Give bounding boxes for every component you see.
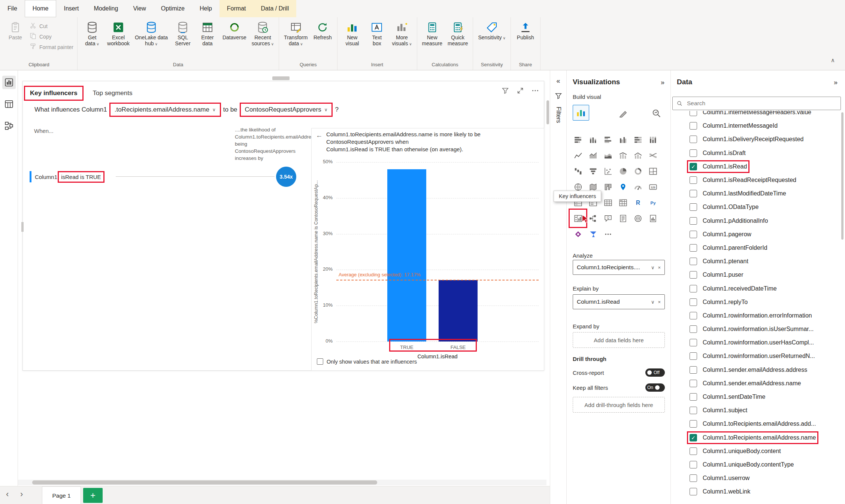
- field-checkbox-column1-parentfolderid[interactable]: [690, 244, 697, 252]
- viz-icon-python[interactable]: Py: [645, 195, 660, 210]
- publish-button[interactable]: Publish: [513, 19, 538, 61]
- field-row[interactable]: Column1.userrow: [671, 471, 840, 485]
- field-checkbox-column1-receiveddatetime[interactable]: [690, 285, 697, 292]
- field-checkbox-column1-rowinformation-isusersummar[interactable]: [690, 325, 697, 333]
- field-row[interactable]: Column1.sender.emailAddress.address: [671, 363, 840, 377]
- visual-filter-icon[interactable]: [501, 86, 509, 96]
- field-row[interactable]: Column1.receivedDateTime: [671, 282, 840, 295]
- field-row[interactable]: Column1.rowinformation.isUserSummar...: [671, 322, 840, 336]
- viz-icon-treemap[interactable]: [645, 163, 660, 179]
- field-checkbox-column1-isreadreceiptrequested[interactable]: [690, 176, 697, 184]
- sql-server-button[interactable]: SQL Server: [170, 19, 195, 61]
- field-checkbox-column1-internetmessageheaders-value[interactable]: [690, 111, 697, 116]
- analytics-tab[interactable]: [648, 106, 665, 121]
- field-row[interactable]: Column1.subject: [671, 404, 840, 417]
- cut-button[interactable]: Cut: [29, 22, 73, 30]
- viz-icon-table[interactable]: [600, 195, 615, 210]
- quick-measure-button[interactable]: Quick measure: [445, 19, 470, 61]
- field-row[interactable]: Column1.ptenant: [671, 255, 840, 268]
- viz-icon-card[interactable]: 123: [645, 179, 660, 195]
- chevron-down-icon[interactable]: ∨: [651, 265, 655, 270]
- viz-icon-scatter[interactable]: [600, 163, 615, 179]
- viz-icon-power-apps[interactable]: [570, 226, 585, 242]
- key-influencers-visual[interactable]: Key influencers Top segments What influe…: [22, 81, 544, 371]
- format-visual-tab[interactable]: [615, 106, 631, 121]
- next-page-icon[interactable]: ›: [20, 489, 23, 499]
- viz-icon-metrics[interactable]: [630, 210, 645, 226]
- menu-tab-insert[interactable]: Insert: [56, 0, 86, 17]
- previous-page-icon[interactable]: ‹: [6, 489, 9, 499]
- field-row[interactable]: Column1.pagerow: [671, 228, 840, 241]
- field-row[interactable]: ✓Column1.isRead: [671, 160, 840, 173]
- field-checkbox-column1-uniquebody-contenttype[interactable]: [690, 461, 697, 468]
- field-row[interactable]: Column1.internetMessageId: [671, 119, 840, 133]
- search-input[interactable]: [686, 100, 837, 107]
- viz-icon-area[interactable]: [585, 148, 600, 163]
- menu-tab-data-drill[interactable]: Data / Drill: [254, 0, 297, 17]
- viz-icon-clustered-column[interactable]: [615, 132, 630, 148]
- viz-icon-ribbon-chart[interactable]: [645, 148, 660, 163]
- field-checkbox-column1-uniquebody-content[interactable]: [690, 447, 697, 455]
- field-checkbox-column1-pagerow[interactable]: [690, 231, 697, 238]
- menu-tab-file[interactable]: File: [0, 0, 25, 17]
- data-pane-scrollbar-thumb[interactable]: [841, 112, 844, 240]
- menu-tab-modeling[interactable]: Modeling: [86, 0, 125, 17]
- report-view-icon[interactable]: [2, 76, 16, 89]
- viz-icon-shape-map[interactable]: [600, 179, 615, 195]
- viz-icon-clustered-bar[interactable]: [600, 132, 615, 148]
- viz-icon-waterfall[interactable]: [570, 163, 585, 179]
- field-checkbox-column1-subject[interactable]: [690, 407, 697, 414]
- menu-tab-format[interactable]: Format: [219, 0, 254, 17]
- text-box-button[interactable]: Text box: [364, 19, 389, 61]
- viz-icon-matrix[interactable]: [615, 195, 630, 210]
- viz-icon-r-script[interactable]: R: [630, 195, 645, 210]
- viz-icon-stacked-bar[interactable]: [570, 132, 585, 148]
- field-row[interactable]: Column1.puser: [671, 268, 840, 282]
- expand-filters-icon[interactable]: «: [550, 77, 566, 85]
- get-data-button[interactable]: Get data∨: [80, 19, 105, 61]
- influencer-row[interactable]: Column1. isRead is TRUE: [30, 170, 103, 183]
- field-row[interactable]: Column1.isReadReceiptRequested: [671, 173, 840, 187]
- field-checkbox-column1-sentdatetime[interactable]: [690, 393, 697, 401]
- remove-field-icon[interactable]: ×: [658, 265, 661, 270]
- keep-all-filters-toggle[interactable]: On: [645, 383, 665, 392]
- field-checkbox-column1-userrow[interactable]: [690, 474, 697, 482]
- format-painter-button[interactable]: Format painter: [29, 43, 73, 51]
- field-row[interactable]: ✓Column1.toRecipients.emailAddress.name: [671, 431, 840, 444]
- viz-icon-qna[interactable]: Q: [600, 210, 615, 226]
- field-checkbox-column1-replyto[interactable]: [690, 298, 697, 306]
- field-row[interactable]: Column1.webLink: [671, 485, 840, 498]
- viz-icon-line[interactable]: [570, 148, 585, 163]
- field-row[interactable]: Column1.isDeliveryReceiptRequested: [671, 133, 840, 146]
- paste-button[interactable]: Paste: [3, 19, 28, 61]
- viz-icon-pie[interactable]: [615, 163, 630, 179]
- viz-icon-gauge[interactable]: [630, 179, 645, 195]
- more-options-icon[interactable]: [531, 86, 539, 96]
- visual-resize-handle[interactable]: [21, 222, 24, 232]
- viz-icon-azure-map[interactable]: [615, 179, 630, 195]
- tab-top-segments[interactable]: Top segments: [93, 89, 133, 97]
- sensitivity-button[interactable]: Sensitivity∨: [475, 19, 508, 61]
- field-checkbox-column1-isdeliveryreceiptrequested[interactable]: [690, 136, 697, 143]
- refresh-button[interactable]: Refresh: [310, 19, 335, 61]
- tab-key-influencers[interactable]: Key influencers: [26, 88, 82, 99]
- bar-true[interactable]: [387, 169, 426, 341]
- collapse-ribbon-button[interactable]: ∧: [831, 57, 835, 64]
- page-tab[interactable]: Page 1: [42, 486, 81, 504]
- analyze-field-well[interactable]: Column1.toRecipients.... ∨ ×: [573, 260, 665, 275]
- field-checkbox-column1-torecipients-emailaddress-add[interactable]: [690, 420, 697, 428]
- field-checkbox-column1-sender-emailaddress-name[interactable]: [690, 380, 697, 387]
- field-row[interactable]: Column1.isDraft: [671, 146, 840, 160]
- field-row[interactable]: Column1.sender.emailAddress.name: [671, 377, 840, 390]
- enter-data-button[interactable]: Enter data: [195, 19, 220, 61]
- viz-icon-line-clustered-column[interactable]: [630, 148, 645, 163]
- influence-multiplier-bubble[interactable]: 3.54x: [276, 167, 296, 187]
- viz-icon-more-visual-options[interactable]: [600, 226, 615, 242]
- explain-by-field-well[interactable]: Column1.isRead ∨ ×: [573, 294, 665, 309]
- field-checkbox-column1-isread[interactable]: ✓: [690, 163, 697, 170]
- target-value-dropdown[interactable]: ContosoRequestApprovers ∨: [242, 104, 331, 115]
- viz-icon-funnel[interactable]: [585, 163, 600, 179]
- focus-mode-icon[interactable]: [516, 86, 524, 96]
- field-row[interactable]: Column1.sentDateTime: [671, 390, 840, 404]
- menu-tab-view[interactable]: View: [125, 0, 153, 17]
